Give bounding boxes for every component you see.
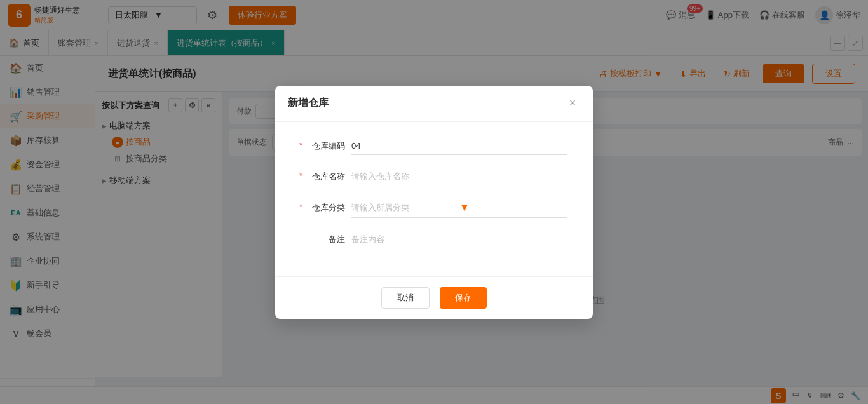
name-input[interactable] (351, 168, 567, 185)
modal-header: 新增仓库 × (275, 86, 593, 122)
modal-body: 仓库编码 仓库名称 仓库分类 请输入所属分类 ▼ 备注 (275, 122, 593, 276)
remark-input[interactable] (351, 231, 567, 248)
name-label: 仓库名称 (301, 171, 351, 182)
modal-close-button[interactable]: × (565, 96, 580, 111)
modal-footer: 取消 保存 (275, 276, 593, 319)
remark-label: 备注 (301, 234, 351, 245)
modal-overlay[interactable]: 新增仓库 × 仓库编码 仓库名称 仓库分类 请输入所属分类 ▼ (0, 0, 868, 404)
modal-title: 新增仓库 (288, 97, 329, 110)
code-input[interactable] (351, 137, 567, 155)
category-label: 仓库分类 (301, 202, 351, 213)
form-row-category: 仓库分类 请输入所属分类 ▼ (301, 198, 567, 218)
form-row-name: 仓库名称 (301, 168, 567, 185)
category-select[interactable]: 请输入所属分类 ▼ (351, 198, 567, 218)
cancel-button[interactable]: 取消 (381, 287, 430, 309)
code-label: 仓库编码 (301, 140, 351, 152)
category-placeholder: 请输入所属分类 (351, 202, 459, 213)
category-arrow-icon: ▼ (459, 202, 567, 213)
save-button[interactable]: 保存 (440, 287, 487, 309)
modal-new-warehouse: 新增仓库 × 仓库编码 仓库名称 仓库分类 请输入所属分类 ▼ (275, 86, 593, 319)
form-row-code: 仓库编码 (301, 137, 567, 155)
form-row-remark: 备注 (301, 231, 567, 248)
